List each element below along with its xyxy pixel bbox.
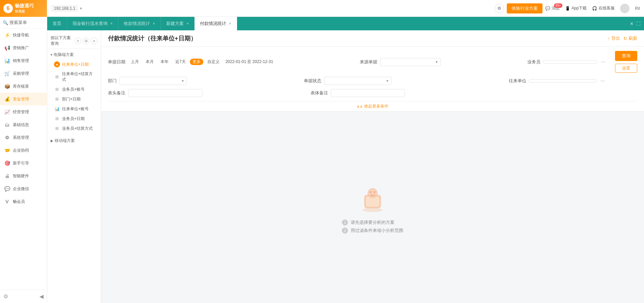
scheme-table-icon-1: ⊞ <box>54 74 60 80</box>
staff-select[interactable] <box>543 60 597 64</box>
tab-bank-flow[interactable]: 现金银行流水查询 × <box>67 17 118 30</box>
sidebar-label-quick-nav: 快捷导航 <box>13 32 29 38</box>
filter-collapse-btn[interactable]: ∧∧ 收起更多条件 <box>108 101 637 111</box>
sidebar-item-hardware[interactable]: 🖨 智能硬件 <box>0 170 47 182</box>
sidebar-item-sales[interactable]: 📊 销售管理 <box>0 54 47 67</box>
date-this-month[interactable]: 本月 <box>143 58 156 65</box>
tab-new-scheme[interactable]: 新建方案 × <box>161 17 195 30</box>
refresh-btn[interactable]: ↻ 刷新 <box>623 35 637 41</box>
sidebar-label-hardware: 智能硬件 <box>13 173 29 179</box>
scheme-staff-date[interactable]: ⊞ 业务员+日期 <box>51 114 99 123</box>
date-7days[interactable]: 近7天 <box>173 58 188 65</box>
tab-bar: 首页 现金银行流水查询 × 收款情况统计 × 新建方案 × 付款情况统计 × ✕… <box>47 17 644 30</box>
sidebar-item-inventory[interactable]: 📦 库存核算 <box>0 80 47 93</box>
panel-settings-btn[interactable]: ⊙ <box>83 37 89 44</box>
tab-new-scheme-close[interactable]: × <box>186 21 189 26</box>
scheme-staff-date-label: 业务员+日期 <box>62 116 85 122</box>
date-range-text: 2022-01-01 至 2022-12-31 <box>226 59 273 65</box>
sidebar-item-basic[interactable]: 🗂 基础信息 <box>0 118 47 131</box>
setting-button[interactable]: 设置 <box>615 64 637 73</box>
empty-tip-1: 1 请先选择要分析的方案 <box>342 219 403 225</box>
mobile-section-title[interactable]: ▶ 移动端方案 <box>47 136 101 145</box>
username-text: Rit <box>635 6 640 11</box>
search-menu[interactable]: 🔍 搜索菜单 <box>0 17 47 29</box>
partner-more-icon[interactable]: ··· <box>601 78 605 84</box>
sidebar-label-finance: 资金管理 <box>13 96 29 102</box>
doc-status-select[interactable]: ▾ <box>324 77 391 85</box>
scheme-dept-date[interactable]: ⊞ 部门+日期 <box>51 94 99 104</box>
tab-home[interactable]: 首页 <box>47 17 67 30</box>
partner-select[interactable] <box>529 79 596 83</box>
sidebar-item-wechat[interactable]: 💬 企业微信 <box>0 182 47 195</box>
date-more[interactable]: 更多 <box>190 59 203 65</box>
scheme-table-icon-6: ⊞ <box>54 125 60 131</box>
purchase-icon: 🛒 <box>4 70 10 77</box>
export-btn[interactable]: ↑ 导出 <box>608 35 620 41</box>
sidebar-item-guide[interactable]: 🎯 新手引导 <box>0 157 47 170</box>
download-icon: 📱 <box>565 6 570 11</box>
doc-status-arrow: ▾ <box>386 79 388 83</box>
dept-select[interactable]: ▾ <box>119 77 187 85</box>
sidebar-label-member: 畅会员 <box>13 199 25 205</box>
panel-add-btn[interactable]: + <box>75 37 81 44</box>
sidebar-label-basic: 基础信息 <box>13 122 29 128</box>
message-badge: 99+ <box>554 3 562 8</box>
scheme-staff-settle-label: 业务员+结算方式 <box>62 126 93 131</box>
tip-text-2: 用过滤条件来缩小分析范围 <box>351 228 403 234</box>
sidebar-item-operation[interactable]: 📈 经营管理 <box>0 105 47 118</box>
sidebar-label-collab: 企业协同 <box>13 148 29 153</box>
message-btn[interactable]: 💬 消息 99+ <box>545 5 560 11</box>
source-doc-select[interactable]: ▾ <box>380 58 441 66</box>
sidebar-item-system[interactable]: ⚙ 系统管理 <box>0 131 47 144</box>
table-body-note-input[interactable] <box>331 89 405 97</box>
scheme-partner-settle[interactable]: ⊞ 往来单位+结算方式 <box>51 69 99 84</box>
source-doc-label: 来源单据 <box>360 59 377 65</box>
page-actions: ↑ 导出 ↻ 刷新 <box>608 35 638 41</box>
online-service-btn[interactable]: 🎧 在线客服 <box>592 5 615 11</box>
sidebar-item-purchase[interactable]: 🛒 采购管理 <box>0 67 47 80</box>
tab-payment-stat[interactable]: 付款情况统计 × <box>195 17 237 30</box>
query-button[interactable]: 查询 <box>615 51 637 61</box>
date-custom[interactable]: 自定义 <box>205 58 222 65</box>
sidebar-item-marketing[interactable]: 📢 营销推广 <box>0 41 47 54</box>
footer-settings-icon[interactable]: ⚙ <box>3 293 8 300</box>
sidebar-item-quick-nav[interactable]: ⚡ 快捷导航 <box>0 29 47 41</box>
doc-status-label: 单据状态 <box>304 78 321 84</box>
tab-receipt-stat-close[interactable]: × <box>153 21 155 26</box>
desktop-section-title[interactable]: ▾ 电脑端方案 <box>47 50 101 59</box>
sidebar-item-finance[interactable]: 💰 资金管理 <box>0 93 47 105</box>
tab-receipt-stat-label: 收款情况统计 <box>124 21 150 27</box>
tab-bank-flow-close[interactable]: × <box>110 21 113 26</box>
scheme-staff-account[interactable]: ⊞ 业务员+账号 <box>51 85 99 94</box>
date-this-year[interactable]: 本年 <box>158 58 171 65</box>
staff-more-icon[interactable]: ··· <box>601 59 606 65</box>
tab-close-all-icon[interactable]: ✕ <box>630 21 634 26</box>
app-download-btn[interactable]: 📱 App下载 <box>565 5 587 11</box>
empty-tip-2: 2 用过滤条件来缩小分析范围 <box>342 228 403 234</box>
topbar-gear-btn[interactable]: ⚙ <box>495 4 504 13</box>
sidebar-label-operation: 经营管理 <box>13 109 29 115</box>
tab-payment-stat-close[interactable]: × <box>229 21 231 26</box>
app-sub: 标准版 <box>15 9 34 14</box>
date-last-month[interactable]: 上月 <box>128 58 142 65</box>
sales-icon: 📊 <box>4 58 10 64</box>
scheme-table-icon-3: ⊞ <box>54 96 60 102</box>
sidebar-item-member[interactable]: V 畅会员 <box>0 195 47 208</box>
panel-collapse-btn[interactable]: « <box>91 37 97 44</box>
user-avatar[interactable] <box>620 4 630 13</box>
filter-row-1: 单据日期 上月 本月 本年 近7天 更多 自定义 2022-01-01 至 20… <box>108 51 637 73</box>
address-dropdown-icon[interactable]: ▾ <box>80 6 82 11</box>
trial-button[interactable]: 体验行业方案 <box>507 3 543 13</box>
scheme-partner-account[interactable]: 📊 往来单位+账号 <box>51 104 99 114</box>
tab-receipt-stat[interactable]: 收款情况统计 × <box>118 17 161 30</box>
scheme-staff-settle[interactable]: ⊞ 业务员+结算方式 <box>51 124 99 133</box>
online-service-label: 在线客服 <box>598 5 615 11</box>
scheme-partner-date[interactable]: ● 往来单位+日期 <box>51 60 99 69</box>
sidebar-item-collab[interactable]: 🤝 企业协同 <box>0 144 47 157</box>
table-header-note-input[interactable] <box>128 89 202 97</box>
message-icon: 💬 <box>545 6 550 11</box>
footer-collapse-icon[interactable]: ◀ <box>39 293 43 300</box>
topbar: 192.168.1.1 ▾ ⚙ 体验行业方案 💬 消息 99+ 📱 App下载 … <box>47 0 644 17</box>
sidebar-label-inventory: 库存核算 <box>13 84 29 89</box>
tab-maximize-icon[interactable]: ⛶ <box>636 21 641 26</box>
